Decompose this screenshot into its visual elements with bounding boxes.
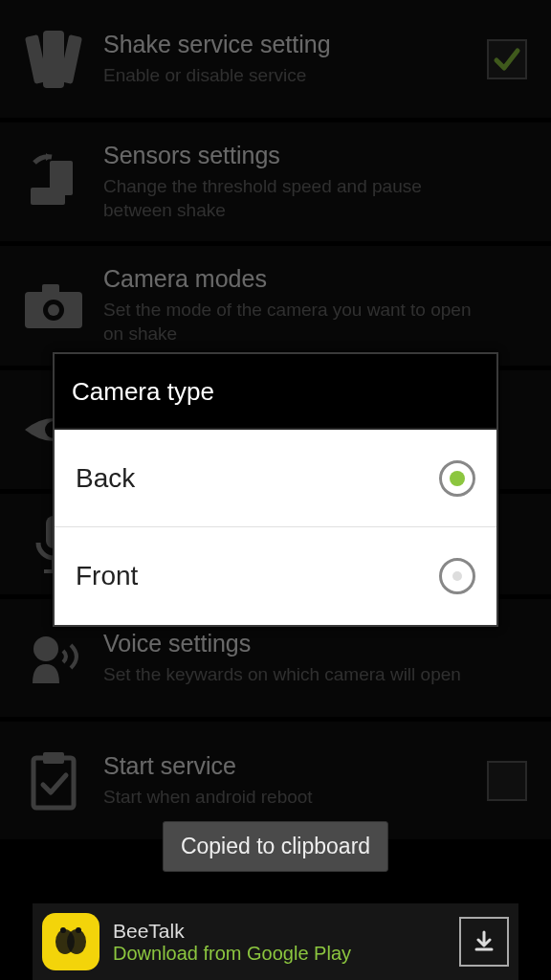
svg-point-17: [67, 929, 86, 954]
download-icon: [473, 930, 496, 953]
dialog-title: Camera type: [55, 354, 496, 430]
option-label: Front: [76, 561, 138, 591]
ad-banner[interactable]: BeeTalk Download from Google Play: [33, 903, 518, 980]
ad-subtitle: Download from Google Play: [113, 943, 459, 965]
camera-type-dialog: Camera type Back Front: [53, 352, 498, 627]
option-label: Back: [76, 463, 135, 494]
dialog-option-front[interactable]: Front: [55, 527, 496, 625]
ad-app-icon: [42, 913, 99, 970]
download-button[interactable]: [459, 917, 509, 967]
radio-unselected[interactable]: [439, 558, 475, 594]
ad-title: BeeTalk: [113, 920, 459, 943]
toast-text: Copied to clipboard: [181, 834, 370, 858]
radio-selected[interactable]: [439, 460, 475, 497]
dialog-option-back[interactable]: Back: [55, 430, 496, 527]
svg-point-18: [60, 927, 66, 933]
svg-point-19: [76, 927, 81, 933]
toast: Copied to clipboard: [163, 821, 388, 872]
